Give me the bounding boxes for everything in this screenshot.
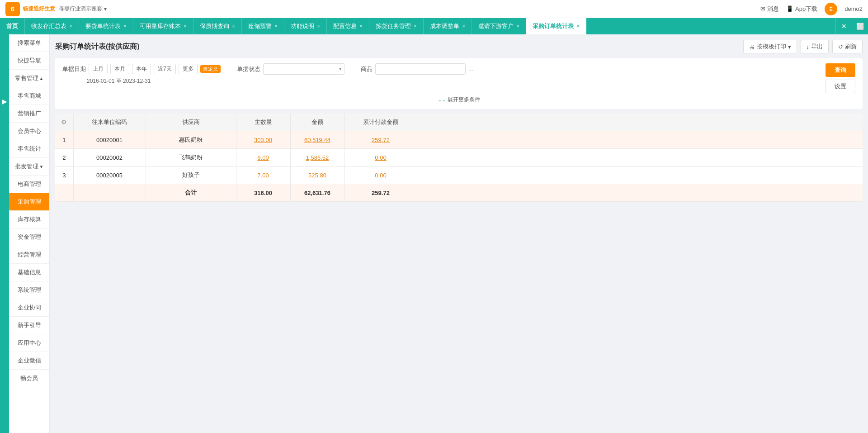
logo-area: 6 畅捷通好生意	[5, 2, 55, 16]
sidebar-toggle-arrow: ▶	[2, 98, 7, 105]
sidebar-toggle[interactable]: ▶	[0, 34, 9, 433]
sidebar-item-app-center[interactable]: 应用中心	[9, 334, 49, 352]
goods-input[interactable]	[375, 63, 466, 75]
nav-right-controls: ✕ ⬜	[835, 18, 868, 34]
tab-purchase-order-stats[interactable]: 采购订单统计表 ×	[526, 18, 586, 34]
tab-close-icon[interactable]: ×	[359, 23, 363, 29]
tab-cost-adjust[interactable]: 成本调整单 ×	[424, 18, 472, 34]
date-shortcuts: 上月 本月 本年 近7天 更多 自定义	[89, 64, 221, 74]
date-range-display: 2016-01-01 至 2023-12-31	[62, 77, 820, 85]
tab-invite-downstream[interactable]: 邀请下游客户 ×	[472, 18, 526, 34]
tab-order-stats[interactable]: 要货单统计表 ×	[79, 18, 133, 34]
tab-close-icon[interactable]: ×	[414, 23, 417, 29]
date-btn-this-year[interactable]: 本年	[132, 64, 151, 74]
query-button[interactable]: 查询	[826, 63, 855, 77]
footer-empty2	[73, 184, 146, 202]
tab-receivable-summary[interactable]: 收发存汇总表 ×	[25, 18, 79, 34]
logo-text: 畅捷通好生意	[23, 5, 55, 12]
goods-label: 商品	[361, 65, 373, 73]
row-paid: 0.00	[344, 149, 417, 167]
refresh-icon: ↺	[838, 43, 843, 50]
tab-close-icon[interactable]: ×	[462, 23, 465, 29]
tab-config-info[interactable]: 配置信息 ×	[327, 18, 369, 34]
tab-pick-task[interactable]: 拣货任务管理 ×	[369, 18, 424, 34]
breadcrumb[interactable]: 母婴行业演示账套 ▾	[59, 5, 107, 13]
date-btn-more[interactable]: 更多	[179, 64, 198, 74]
footer-extra	[417, 184, 863, 202]
app-download-button[interactable]: 📱 App下载	[786, 5, 817, 13]
tab-close-icon[interactable]: ×	[69, 23, 72, 29]
top-bar: 6 畅捷通好生意 母婴行业演示账套 ▾ ✉ 消息 📱 App下载 E demo2	[0, 0, 868, 18]
settings-button[interactable]: 设置	[826, 80, 855, 93]
sidebar-item-enterprise-collab[interactable]: 企业协同	[9, 299, 49, 317]
table-row: 1 00020001 惠氏奶粉 303.00 60,519.44 259.72	[55, 131, 863, 149]
custom-date-badge[interactable]: 自定义	[200, 65, 221, 73]
export-button[interactable]: ↓ 导出	[801, 40, 829, 53]
page-header: 采购订单统计表(按供应商) 🖨 按模板打印 ▾ ↓ 导出 ↺ 刷新	[55, 40, 863, 53]
tab-inventory-book[interactable]: 可用量库存账本 ×	[133, 18, 193, 34]
status-select-wrapper	[263, 63, 344, 75]
sidebar-item-enterprise-wechat[interactable]: 企业微信	[9, 352, 49, 370]
expand-more-button[interactable]: ⌄⌄ 展开更多条件	[62, 93, 855, 104]
tab-close-icon[interactable]: ×	[184, 23, 187, 29]
page-title: 采购订单统计表(按供应商)	[55, 42, 140, 52]
row-code: 00020001	[73, 131, 146, 149]
tab-close-icon[interactable]: ×	[317, 23, 320, 29]
message-icon: ✉	[760, 5, 765, 12]
tab-close-icon[interactable]: ×	[516, 23, 519, 29]
date-filter: 单据日期 上月 本月 本年 近7天 更多 自定义	[62, 64, 221, 74]
date-label: 单据日期	[62, 65, 86, 73]
sidebar-item-purchase-mgmt[interactable]: 采购管理	[9, 193, 49, 211]
refresh-button[interactable]: ↺ 刷新	[832, 40, 863, 53]
nav-maximize-button[interactable]: ⬜	[852, 18, 868, 34]
sidebar-item-basic-info[interactable]: 基础信息	[9, 264, 49, 281]
row-qty: 303.00	[236, 131, 290, 149]
tab-close-icon[interactable]: ×	[123, 23, 127, 29]
column-settings-icon[interactable]: ⚙	[61, 119, 67, 126]
status-select[interactable]	[263, 63, 344, 75]
sidebar-item-search[interactable]: 搜索菜单	[9, 34, 49, 52]
sidebar-item-member-service[interactable]: 畅会员	[9, 370, 49, 387]
sidebar-item-quicknav[interactable]: 快捷导航	[9, 52, 49, 70]
sidebar-item-inventory-check[interactable]: 库存核算	[9, 211, 49, 228]
footer-amount: 62,631.76	[290, 184, 344, 202]
date-btn-this-month[interactable]: 本月	[110, 64, 129, 74]
print-icon: 🖨	[749, 43, 755, 50]
tab-function-desc[interactable]: 功能说明 ×	[284, 18, 327, 34]
username[interactable]: demo2	[844, 5, 863, 12]
date-btn-7-days[interactable]: 近7天	[154, 64, 176, 74]
nav-tabs: 首页 收发存汇总表 × 要货单统计表 × 可用量库存账本 × 保质期查询 × 超…	[0, 18, 868, 34]
tab-overstock-warning[interactable]: 超储预警 ×	[242, 18, 284, 34]
sidebar-item-finance-mgmt[interactable]: 资金管理	[9, 228, 49, 246]
status-label: 单据状态	[237, 65, 260, 73]
sidebar-item-retail-stats[interactable]: 零售统计	[9, 140, 49, 158]
goods-filter: 商品 ...	[361, 63, 473, 75]
date-btn-last-month[interactable]: 上月	[89, 64, 108, 74]
tab-close-icon[interactable]: ×	[576, 23, 580, 29]
message-button[interactable]: ✉ 消息	[760, 5, 779, 13]
sidebar-item-marketing[interactable]: 营销推广	[9, 105, 49, 123]
sidebar-item-system-mgmt[interactable]: 系统管理	[9, 281, 49, 299]
tab-expiry-query[interactable]: 保质期查询 ×	[193, 18, 242, 34]
tab-close-icon[interactable]: ×	[232, 23, 235, 29]
sidebar-item-operation-mgmt[interactable]: 经营管理	[9, 246, 49, 264]
goods-ellipsis: ...	[468, 66, 473, 72]
main-layout: ▶ 搜索菜单 快捷导航 零售管理▲ 零售商城 营销推广 会员中心 零售统计 批发…	[0, 34, 868, 433]
nav-close-button[interactable]: ✕	[835, 18, 852, 34]
table-row: 2 00020002 飞鹤奶粉 6.00 1,586.52 0.00	[55, 149, 863, 167]
sidebar-item-retail-mgmt[interactable]: 零售管理▲	[9, 70, 49, 87]
top-bar-right: ✉ 消息 📱 App下载 E demo2	[760, 3, 863, 15]
sidebar-item-newbie-guide[interactable]: 新手引导	[9, 317, 49, 334]
filter-area: 单据日期 上月 本月 本年 近7天 更多 自定义 单据状态	[55, 58, 863, 109]
tab-close-icon[interactable]: ×	[274, 23, 278, 29]
template-print-button[interactable]: 🖨 按模板打印 ▾	[743, 40, 797, 53]
footer-row: 合计 316.00 62,631.76 259.72	[55, 184, 863, 202]
filter-query-col: 查询 设置	[826, 63, 855, 93]
sidebar-item-retail-mall[interactable]: 零售商城	[9, 87, 49, 105]
sidebar-item-member-center[interactable]: 会员中心	[9, 123, 49, 140]
tab-home[interactable]: 首页	[0, 18, 25, 34]
avatar[interactable]: E	[825, 3, 837, 15]
logo-icon: 6	[5, 2, 20, 16]
sidebar-item-wholesale-mgmt[interactable]: 批发管理▼	[9, 158, 49, 176]
sidebar-item-ecommerce-mgmt[interactable]: 电商管理	[9, 176, 49, 193]
